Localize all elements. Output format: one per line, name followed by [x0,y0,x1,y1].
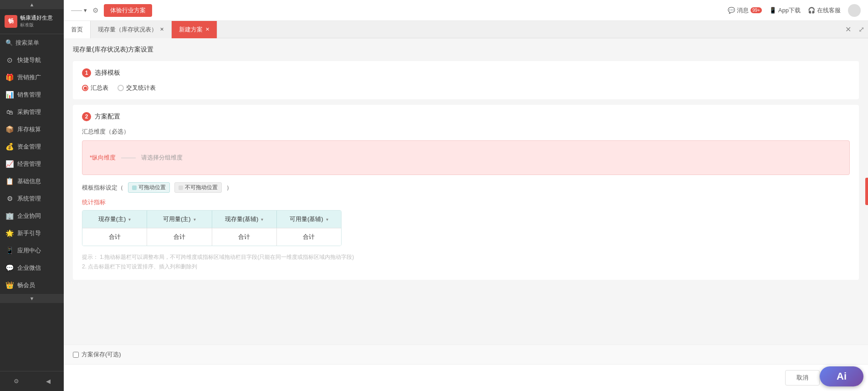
col-available-main[interactable]: 可用量(主) ▾ [147,211,212,228]
right-edge-indicator [865,178,868,205]
logo-text-area: 畅康通好生意 标准版 [20,15,53,28]
sidebar-item-inventory[interactable]: 📦 库存核算 [0,121,64,138]
col-available-sub[interactable]: 可用量(基辅) ▾ [277,211,341,228]
tab-home[interactable]: 首页 [64,21,91,38]
tips-line1: 提示： 1.拖动标题栏可以调整布局，不可跨维度或指标区域拖动栏目字段(只能在同一… [82,253,850,261]
app-download-btn[interactable]: 📱 App下载 [769,6,801,15]
tab-close-btn[interactable]: ✕ [842,23,855,36]
sidebar-item-system[interactable]: ⚙ 系统管理 [0,190,64,207]
finance-icon: 💰 [5,143,14,151]
page-content: 现存量(库存状况表)方案设置 1 选择模板 汇总表 交叉统计表 2 [64,38,868,345]
sidebar-item-label: 库存核算 [17,125,41,134]
radio-cross-dot [117,85,124,91]
ai-badge[interactable]: Ai [820,366,863,386]
header-left: —— ▾ ⚙ 体验行业方案 [71,4,152,17]
sidebar-item-base-info[interactable]: 📋 基础信息 [0,173,64,190]
sidebar-item-sales[interactable]: 📊 销售管理 [0,86,64,103]
settings-btn[interactable]: ⚙ [11,375,22,387]
col-current-main-label: 现存量(主) [98,215,126,223]
base-info-icon: 📋 [5,177,14,185]
indicator-settings: 模板指标设定（ 可拖动位置 不可拖动位置 ） [82,182,850,193]
logo-icon: 畅 [5,15,17,28]
col-current-sub[interactable]: 现存量(基辅) ▾ [212,211,277,228]
header-right: 💬 消息 99+ 📱 App下载 🎧 在线客服 [728,4,861,17]
sidebar-scroll-bottom[interactable]: ▼ [0,294,64,303]
tab-expand-btn[interactable]: ⤢ [855,23,868,36]
sidebar-search[interactable]: 🔍 搜索菜单 [0,34,64,51]
col-current-sub-label: 现存量(基辅) [225,215,259,223]
save-checkbox[interactable] [73,352,79,358]
tab-inventory-label: 现存量（库存状况表） [98,26,157,34]
sidebar-item-finance[interactable]: 💰 资金管理 [0,138,64,155]
dimension-divider: —— [121,154,136,162]
tab-inventory-status[interactable]: 现存量（库存状况表） ✕ [91,21,172,38]
sidebar-item-label: 企业微信 [17,264,41,272]
sidebar-item-label: 资金管理 [17,143,41,151]
col-available-sub-label: 可用量(基辅) [290,215,323,223]
sidebar-item-quick-nav[interactable]: ⊙ 快捷导航 [0,51,64,69]
quick-nav-icon: ⊙ [5,56,14,64]
radio-cross[interactable]: 交叉统计表 [117,84,156,92]
tab-resize-btns: ✕ ⤢ [842,23,868,36]
sidebar-item-wechat[interactable]: 💬 企业微信 [0,259,64,277]
non-movable-label: 不可拖动位置 [185,184,218,191]
header-settings-icon[interactable]: ⚙ [92,6,98,15]
sidebar-bottom: ⚙ ◀ [0,371,64,391]
indicator-table-body-row: 合计 合计 合计 合计 [82,228,341,246]
user-avatar[interactable] [848,4,861,17]
radio-summary-dot [82,85,88,91]
main-content: —— ▾ ⚙ 体验行业方案 💬 消息 99+ 📱 App下载 🎧 在线客服 [64,0,868,391]
sidebar-scroll-top[interactable]: ▲ [0,0,64,9]
online-service-btn[interactable]: 🎧 在线客服 [808,6,841,15]
app-center-icon: 📱 [5,247,14,255]
message-badge: 99+ [751,7,762,13]
collapse-btn[interactable]: ◀ [43,375,53,387]
tab-new-scheme-close-icon[interactable]: ✕ [205,26,209,32]
sidebar-item-operations[interactable]: 📈 经营管理 [0,155,64,173]
radio-summary[interactable]: 汇总表 [82,84,108,92]
tab-inventory-close-icon[interactable]: ✕ [160,26,164,32]
sidebar-item-label: 企业协同 [17,212,41,220]
dimension-box[interactable]: *纵向维度 —— 请选择分组维度 [82,140,850,175]
header-dropdown[interactable]: —— ▾ [71,7,87,14]
tips-section: 提示： 1.拖动标题栏可以调整布局，不可跨维度或指标区域拖动栏目字段(只能在同一… [82,253,850,271]
sidebar-item-marketing[interactable]: 🎁 营销推广 [0,69,64,86]
indicator-settings-label: 模板指标设定（ [82,184,123,192]
cell-current-main-sub: 合计 [82,228,147,246]
trial-btn[interactable]: 体验行业方案 [104,4,152,17]
sidebar-item-purchase[interactable]: 🛍 采购管理 [0,103,64,121]
dropdown-chevron-icon: ▾ [84,7,87,14]
tab-new-scheme[interactable]: 新建方案 ✕ [172,21,217,38]
message-btn[interactable]: 💬 消息 99+ [728,6,762,15]
sidebar-item-app-center[interactable]: 📱 应用中心 [0,242,64,259]
search-icon: 🔍 [5,39,13,46]
indicator-table: 现存量(主) ▾ 可用量(主) ▾ 现存量(基辅) ▾ 可用量(基辅) ▾ [82,210,342,246]
step2-title: 方案配置 [95,113,120,121]
top-header: —— ▾ ⚙ 体验行业方案 💬 消息 99+ 📱 App下载 🎧 在线客服 [64,0,868,21]
message-label: 消息 [737,6,749,15]
logo-title: 畅康通好生意 [20,15,53,22]
col-chevron-icon: ▾ [128,217,131,222]
app-download-label: App下载 [778,6,801,15]
sidebar-item-vip[interactable]: 👑 畅会员 [0,277,64,294]
col-current-main[interactable]: 现存量(主) ▾ [82,211,147,228]
stats-label: 统计指标 [82,198,850,206]
tab-home-label: 首页 [71,26,83,34]
radio-cross-label: 交叉统计表 [126,84,156,92]
sidebar-item-label: 采购管理 [17,108,41,116]
sidebar-item-label: 基础信息 [17,177,41,185]
sidebar-item-new-guide[interactable]: 🌟 新手引导 [0,225,64,242]
save-label[interactable]: 方案保存(可选) [82,350,121,359]
online-service-label: 在线客服 [817,6,841,15]
sidebar-logo: 畅 畅康通好生意 标准版 [0,9,64,34]
sidebar-item-enterprise[interactable]: 🏢 企业协同 [0,207,64,225]
cancel-button[interactable]: 取消 [785,370,820,386]
cell-text: 合计 [109,233,121,241]
operations-icon: 📈 [5,160,14,168]
non-movable-badge: 不可拖动位置 [174,182,222,193]
search-label: 搜索菜单 [15,39,39,47]
cell-text: 合计 [238,233,250,241]
radio-summary-label: 汇总表 [91,84,108,92]
wechat-icon: 💬 [5,264,14,272]
col-available-main-label: 可用量(主) [163,215,191,223]
